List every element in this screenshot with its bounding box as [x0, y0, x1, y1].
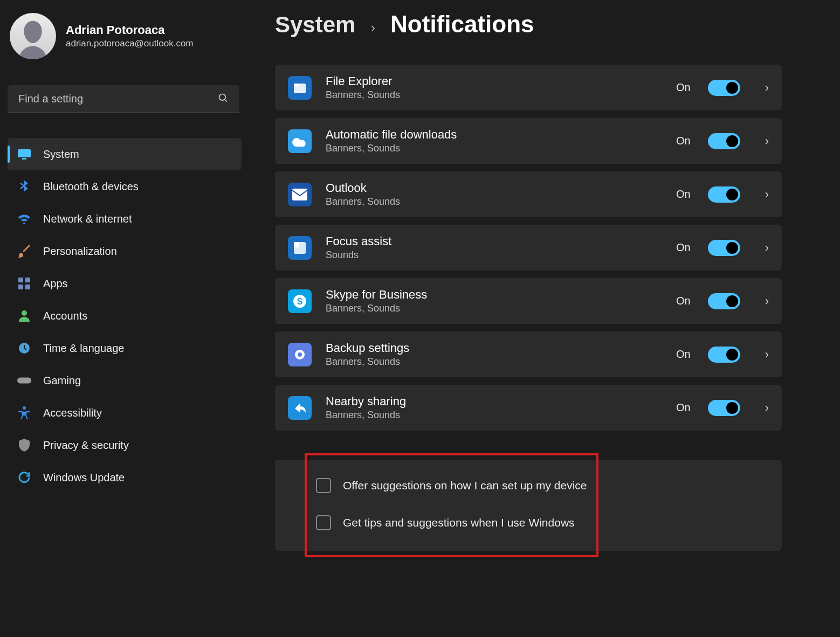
sidebar-item-bluetooth[interactable]: Bluetooth & devices: [8, 170, 242, 203]
sidebar-item-label: Apps: [43, 278, 68, 290]
card-title: Backup settings: [326, 341, 662, 355]
toggle-state-label: On: [676, 348, 691, 361]
clock-icon: [17, 341, 31, 355]
svg-rect-4: [18, 278, 23, 282]
sidebar-item-accessibility[interactable]: Accessibility: [8, 397, 242, 429]
chevron-right-icon: ›: [765, 401, 769, 415]
refresh-icon: [17, 470, 31, 484]
search-input[interactable]: [8, 85, 239, 113]
search-icon: [218, 93, 229, 106]
search-wrap: [8, 85, 239, 113]
toggle-switch[interactable]: [708, 186, 740, 203]
notification-card-outlook[interactable]: OutlookBanners, SoundsOn›: [275, 171, 782, 217]
notification-card-focus-assist[interactable]: Focus assistSoundsOn›: [275, 225, 782, 271]
card-subtitle: Sounds: [326, 250, 662, 261]
skype-icon: S: [288, 289, 312, 313]
toggle-switch[interactable]: [708, 347, 740, 363]
notification-card-nearby[interactable]: Nearby sharingBanners, SoundsOn›: [275, 385, 782, 431]
toggle-switch[interactable]: [708, 133, 740, 149]
sidebar-item-label: Gaming: [43, 375, 81, 387]
svg-rect-14: [292, 189, 307, 200]
folder-icon: [288, 76, 312, 100]
svg-rect-2: [18, 149, 31, 157]
notification-card-auto-download[interactable]: Automatic file downloadsBanners, SoundsO…: [275, 118, 782, 164]
svg-point-11: [23, 406, 26, 410]
chevron-right-icon: ›: [765, 188, 769, 202]
svg-rect-13: [294, 84, 299, 86]
card-title: Automatic file downloads: [326, 128, 662, 142]
focus-icon: [288, 236, 312, 260]
chevron-right-icon: ›: [370, 19, 375, 36]
svg-rect-16: [294, 242, 299, 247]
svg-point-20: [298, 352, 302, 357]
sidebar-item-label: Personalization: [43, 245, 117, 258]
svg-rect-5: [25, 278, 30, 282]
card-info: Automatic file downloadsBanners, Sounds: [326, 128, 662, 154]
sidebar-item-personalize[interactable]: Personalization: [8, 235, 242, 267]
sidebar-item-apps[interactable]: Apps: [8, 267, 242, 300]
notification-card-skype-biz[interactable]: SSkype for BusinessBanners, SoundsOn›: [275, 278, 782, 324]
bluetooth-icon: [17, 179, 31, 193]
svg-rect-3: [22, 158, 26, 160]
toggle-switch[interactable]: [708, 240, 740, 256]
notification-app-list: File ExplorerBanners, SoundsOn›Automatic…: [275, 65, 782, 431]
checkbox[interactable]: [316, 515, 331, 530]
sidebar-item-update[interactable]: Windows Update: [8, 461, 242, 494]
card-subtitle: Banners, Sounds: [326, 89, 662, 101]
sidebar-item-label: System: [43, 148, 79, 161]
sidebar-item-privacy[interactable]: Privacy & security: [8, 429, 242, 461]
avatar: [10, 13, 56, 59]
wifi-icon: [17, 212, 31, 226]
sidebar-item-system[interactable]: System: [8, 138, 242, 170]
toggle-switch[interactable]: [708, 80, 740, 96]
page-title: Notifications: [390, 11, 534, 38]
card-title: Skype for Business: [326, 288, 662, 302]
sidebar-item-label: Accounts: [43, 310, 87, 322]
profile-email: adrian.potoroaca@outlook.com: [66, 38, 194, 49]
sidebar-item-label: Privacy & security: [43, 439, 129, 452]
checkbox-row-setup-suggest[interactable]: Offer suggestions on how I can set up my…: [316, 467, 769, 504]
chevron-right-icon: ›: [765, 294, 769, 308]
sidebar-item-label: Time & language: [43, 342, 124, 355]
chevron-right-icon: ›: [765, 241, 769, 255]
svg-rect-7: [25, 285, 30, 289]
brush-icon: [17, 244, 31, 258]
shield-icon: [17, 438, 31, 452]
accessibility-icon: [17, 406, 31, 420]
mail-icon: [288, 183, 312, 206]
checkbox-row-tips-suggest[interactable]: Get tips and suggestions when I use Wind…: [316, 504, 769, 541]
notification-card-backup[interactable]: Backup settingsBanners, SoundsOn›: [275, 331, 782, 377]
toggle-state-label: On: [676, 401, 691, 414]
card-title: Outlook: [326, 181, 662, 195]
svg-text:S: S: [297, 297, 303, 306]
checkbox[interactable]: [316, 478, 331, 493]
grid-icon: [17, 276, 31, 290]
nav-list: SystemBluetooth & devicesNetwork & inter…: [8, 138, 242, 494]
card-subtitle: Banners, Sounds: [326, 196, 662, 207]
toggle-switch[interactable]: [708, 293, 740, 309]
card-info: OutlookBanners, Sounds: [326, 181, 662, 207]
sidebar-item-time[interactable]: Time & language: [8, 332, 242, 364]
toggle-switch[interactable]: [708, 400, 740, 416]
main-content: System › Notifications File ExplorerBann…: [248, 0, 840, 637]
profile-block[interactable]: Adrian Potoroaca adrian.potoroaca@outloo…: [8, 11, 242, 70]
card-info: Nearby sharingBanners, Sounds: [326, 394, 662, 421]
checkbox-label: Offer suggestions on how I can set up my…: [343, 479, 587, 492]
toggle-state-label: On: [676, 135, 691, 147]
notification-card-file-explorer[interactable]: File ExplorerBanners, SoundsOn›: [275, 65, 782, 110]
card-info: File ExplorerBanners, Sounds: [326, 74, 662, 101]
breadcrumb-parent[interactable]: System: [275, 12, 355, 38]
card-info: Skype for BusinessBanners, Sounds: [326, 288, 662, 314]
toggle-state-label: On: [676, 81, 691, 94]
sidebar-item-network[interactable]: Network & internet: [8, 203, 242, 235]
additional-settings: Offer suggestions on how I can set up my…: [275, 460, 782, 551]
svg-point-0: [219, 94, 226, 101]
checkbox-label: Get tips and suggestions when I use Wind…: [343, 516, 575, 529]
card-subtitle: Banners, Sounds: [326, 356, 662, 368]
toggle-state-label: On: [676, 241, 691, 254]
sidebar-item-gaming[interactable]: Gaming: [8, 364, 242, 397]
sidebar-item-label: Network & internet: [43, 213, 132, 225]
card-title: File Explorer: [326, 74, 662, 88]
sidebar-item-accounts[interactable]: Accounts: [8, 300, 242, 332]
gamepad-icon: [17, 373, 31, 387]
